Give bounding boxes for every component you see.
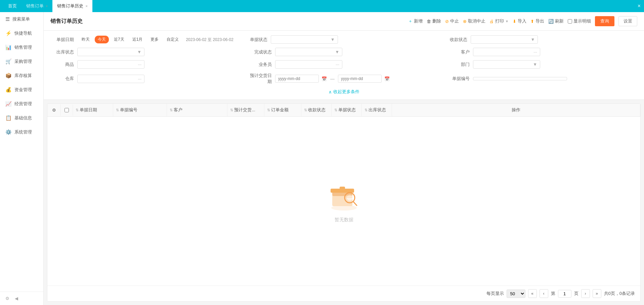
dept-control: ▼	[473, 60, 637, 69]
stop-icon: ⊘	[445, 19, 449, 24]
salesperson-input[interactable]: ···	[275, 60, 342, 69]
query-button[interactable]: 查询	[595, 16, 614, 26]
delivery-date-label: 预计交货日期	[248, 73, 275, 85]
empty-state: 暂无数据	[326, 179, 362, 223]
th-no[interactable]: ⇅ 单据编号	[113, 104, 167, 116]
print-arrow-icon: ▼	[505, 20, 509, 23]
more-btn[interactable]: 更多	[147, 36, 162, 43]
first-page-button[interactable]: «	[528, 289, 537, 298]
th-date[interactable]: ⇅ 单据日期	[73, 104, 113, 116]
today-btn[interactable]: 今天	[95, 36, 109, 43]
sidebar-item-purchase-mgmt[interactable]: 🛒 采购管理	[0, 54, 43, 69]
delete-label: 删除	[432, 18, 441, 24]
goods-input[interactable]: ···	[77, 60, 144, 69]
sidebar-item-operation-mgmt[interactable]: 📈 经营管理	[0, 97, 43, 111]
sort-order-icon: ⇅	[334, 108, 337, 112]
date-range-display: 2023-06-02 至 2023-06-02	[186, 37, 233, 43]
export-label: 导出	[535, 18, 544, 24]
complete-status-select[interactable]: ▼	[275, 48, 342, 56]
sidebar-item-system-mgmt[interactable]: ⚙️ 系统管理	[0, 125, 43, 139]
total-records-label: 共0页，0条记录	[604, 291, 635, 297]
dept-select[interactable]: ▼	[473, 60, 540, 69]
delivery-date-end[interactable]	[338, 75, 382, 83]
warehouse-status-select[interactable]: ▼	[77, 48, 144, 56]
warehouse-input[interactable]: ···	[77, 75, 144, 83]
th-gear[interactable]: ⚙	[47, 104, 61, 116]
close-history-tab[interactable]: ×	[85, 4, 87, 8]
calendar-start-icon[interactable]: 📅	[321, 76, 327, 81]
sidebar-item-inventory[interactable]: 📦 库存核算	[0, 69, 43, 83]
refresh-icon: 🔄	[548, 19, 554, 24]
sidebar-item-capital-mgmt[interactable]: 💰 资金管理	[0, 83, 43, 97]
goods-more-icon[interactable]: ···	[138, 62, 141, 67]
settings-icon[interactable]: ⚙	[5, 296, 9, 301]
th-delivery[interactable]: ⇅ 预计交货...	[227, 104, 264, 116]
import-button[interactable]: ⬇ 导入	[513, 18, 526, 24]
th-pay-status[interactable]: ⇅ 收款状态	[301, 104, 332, 116]
sidebar-item-sales-mgmt[interactable]: 📊 销售管理	[0, 40, 43, 54]
collapse-up-icon: ∧	[329, 89, 332, 94]
th-check[interactable]	[61, 105, 73, 116]
page-number-input[interactable]	[558, 290, 571, 298]
gear-column-icon: ⚙	[52, 108, 56, 113]
stop-button[interactable]: ⊘ 中止	[445, 18, 459, 24]
th-amount[interactable]: ⇅ 订单金额	[264, 104, 301, 116]
salesperson-more-icon[interactable]: ···	[336, 62, 339, 67]
export-button[interactable]: ⬆ 导出	[530, 18, 544, 24]
order-status-select[interactable]: ▼	[271, 35, 338, 44]
customer-control: ···	[473, 48, 637, 56]
order-no-input[interactable]	[473, 77, 567, 80]
new-button[interactable]: ＋ 新增	[408, 18, 423, 24]
sidebar-label-sales-mgmt: 销售管理	[14, 44, 32, 50]
page-size-select[interactable]: 50 10 20 100	[507, 290, 525, 298]
display-detail-toggle[interactable]: 显示明细	[568, 18, 591, 24]
tab-home[interactable]: 首页	[3, 0, 22, 12]
setting-button[interactable]: 设置	[618, 16, 637, 26]
date-label: 单据日期	[50, 37, 77, 43]
last7-btn[interactable]: 近7天	[111, 36, 127, 43]
page-header: 销售订单历史 ＋ 新增 🗑 删除 ⊘ 中止 ⊗ 取消中止	[44, 12, 644, 31]
warehouse-control: ···	[77, 75, 242, 83]
collapse-filter-label: 收起更多条件	[333, 89, 359, 95]
display-detail-checkbox[interactable]	[568, 19, 572, 24]
last1m-btn[interactable]: 近1月	[129, 36, 146, 43]
tab-sales-order[interactable]: 销售订单 ×	[22, 0, 52, 12]
window-close-icon[interactable]: ×	[638, 3, 641, 9]
collapse-filter-link[interactable]: ∧ 收起更多条件	[50, 89, 637, 95]
delete-button[interactable]: 🗑 删除	[427, 18, 441, 24]
sidebar-label-system-mgmt: 系统管理	[14, 129, 32, 135]
tab-sales-order-history[interactable]: 销售订单历史 ×	[52, 0, 92, 12]
cancel-stop-button[interactable]: ⊗ 取消中止	[463, 18, 485, 24]
sort-pay-icon: ⇅	[304, 108, 307, 112]
warehouse-more-icon[interactable]: ···	[138, 76, 141, 81]
th-amount-label: 订单金额	[271, 107, 289, 113]
sidebar-item-basic-info[interactable]: 📋 基础信息	[0, 111, 43, 125]
customer-more-icon[interactable]: ···	[533, 49, 537, 54]
print-button[interactable]: 🖨 打印 ▼	[489, 18, 509, 24]
sidebar-item-search-menu[interactable]: ☰ 搜索菜单	[0, 12, 43, 26]
sidebar-item-quick-nav[interactable]: ⚡ 快捷导航	[0, 26, 43, 40]
filter-row-1: 单据日期 昨天 今天 近7天 近1月 更多 自定义 2023-06-02 至 2…	[50, 35, 637, 44]
th-customer[interactable]: ⇅ 客户	[167, 104, 227, 116]
close-sales-order-tab[interactable]: ×	[46, 4, 48, 8]
next-page-button[interactable]: ›	[581, 289, 590, 298]
refresh-button[interactable]: 🔄 刷新	[548, 18, 564, 24]
th-action: 操作	[392, 104, 640, 116]
th-order-status[interactable]: ⇅ 单据状态	[332, 104, 362, 116]
custom-btn[interactable]: 自定义	[164, 36, 182, 43]
collapse-sidebar-icon[interactable]: ◀	[15, 296, 18, 301]
yesterday-btn[interactable]: 昨天	[79, 36, 93, 43]
pay-status-select[interactable]: ▼	[471, 35, 538, 44]
basic-info-icon: 📋	[5, 115, 12, 121]
last-page-button[interactable]: »	[593, 289, 601, 298]
import-label: 导入	[518, 18, 526, 24]
th-warehouse-status[interactable]: ⇅ 出库状态	[362, 104, 392, 116]
calendar-end-icon[interactable]: 📅	[384, 76, 390, 81]
prev-page-button[interactable]: ‹	[540, 289, 548, 298]
date-quick-buttons: 昨天 今天 近7天 近1月 更多 自定义	[79, 36, 182, 43]
customer-input[interactable]: ···	[473, 48, 540, 56]
top-bar: 首页 销售订单 × 销售订单历史 × ×	[0, 0, 644, 12]
select-all-checkbox[interactable]	[65, 108, 69, 112]
delete-icon: 🗑	[427, 19, 431, 24]
delivery-date-start[interactable]	[275, 75, 319, 83]
